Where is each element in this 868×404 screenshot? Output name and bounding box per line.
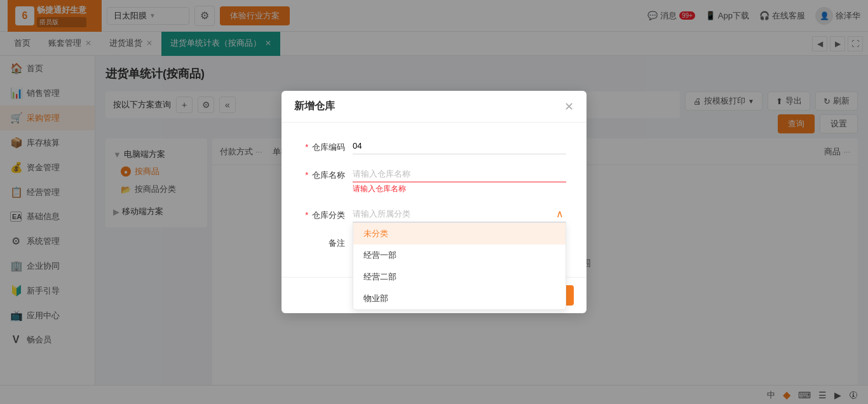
note-label: 备注 <box>302 234 353 249</box>
code-label: * 仓库编码 <box>302 138 353 153</box>
dropdown-item-ops1[interactable]: 经营一部 <box>353 245 566 266</box>
name-error-msg: 请输入仓库名称 <box>353 184 566 194</box>
dropdown-item-ops2[interactable]: 经营二部 <box>353 266 566 288</box>
code-input[interactable] <box>353 138 566 154</box>
dialog-header: 新增仓库 ✕ <box>281 91 587 123</box>
dropdown-item-none[interactable]: 未分类 <box>353 223 566 245</box>
code-input-wrap <box>353 138 566 154</box>
dialog-title: 新增仓库 <box>294 100 335 113</box>
new-warehouse-dialog: 新增仓库 ✕ * 仓库编码 * 仓库名称 请输入仓库名称 <box>281 91 587 313</box>
dropdown-item-property[interactable]: 物业部 <box>353 288 566 309</box>
classify-dropdown: 未分类 经营一部 经营二部 物业部 <box>353 222 566 310</box>
form-row-classify: * 仓库分类 ∧ 未分类 经营一部 经营二部 物业部 <box>302 206 566 222</box>
classify-input-wrap: ∧ 未分类 经营一部 经营二部 物业部 <box>353 206 566 222</box>
name-label: * 仓库名称 <box>302 166 353 181</box>
classify-toggle-icon[interactable]: ∧ <box>553 208 566 220</box>
form-row-code: * 仓库编码 <box>302 138 566 154</box>
classify-label: * 仓库分类 <box>302 206 353 221</box>
dialog-body: * 仓库编码 * 仓库名称 请输入仓库名称 * 仓库分类 <box>281 123 587 277</box>
classify-input[interactable] <box>353 206 553 222</box>
form-row-name: * 仓库名称 请输入仓库名称 <box>302 166 566 194</box>
name-input[interactable] <box>353 166 566 182</box>
dialog-close-btn[interactable]: ✕ <box>564 101 574 112</box>
name-input-wrap: 请输入仓库名称 <box>353 166 566 194</box>
classify-input-container: ∧ <box>353 206 566 222</box>
